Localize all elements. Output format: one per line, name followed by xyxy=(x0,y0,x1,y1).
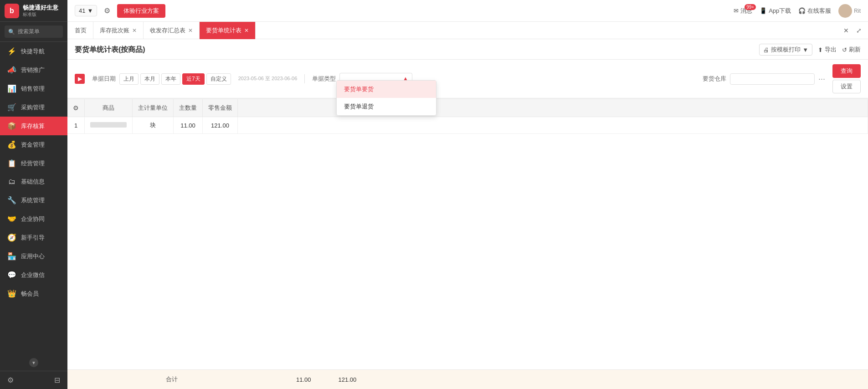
this-month-btn[interactable]: 本月 xyxy=(140,73,159,85)
filter-expand-button[interactable]: ▶ xyxy=(75,74,85,84)
filter-bar: ▶ 单据日期 上月 本月 本年 近7天 自定义 2023-05-06 至 202… xyxy=(67,60,868,98)
settings-icon[interactable]: ⚙ xyxy=(7,376,14,384)
warehouse-filter-label: 要货仓库 xyxy=(703,75,726,83)
dropdown-item-purchase[interactable]: 要货单要货 xyxy=(337,81,436,98)
messages-badge: 99+ xyxy=(745,4,756,10)
custom-btn[interactable]: 自定义 xyxy=(206,73,231,85)
tab-batch-close[interactable]: ✕ xyxy=(132,27,137,34)
filter-actions: 查询 设置 xyxy=(832,64,861,93)
sidebar-item-member[interactable]: 👑 畅会员 xyxy=(0,284,67,303)
user-avatar-button[interactable]: Rit xyxy=(838,4,861,18)
company-dropdown-arrow: ▼ xyxy=(87,7,93,14)
sidebar-item-label: 销售管理 xyxy=(21,85,45,93)
topbar-settings-button[interactable]: ⚙ xyxy=(101,5,113,17)
messages-button[interactable]: ✉ 消息 99+ xyxy=(734,7,752,15)
filter-more-button[interactable]: ··· xyxy=(818,75,825,83)
date-buttons: 上月 本月 本年 近7天 自定义 xyxy=(119,73,231,85)
member-icon: 👑 xyxy=(7,289,16,298)
sidebar-item-system[interactable]: 🔧 系统管理 xyxy=(0,191,67,210)
sidebar-item-sales[interactable]: 📊 销售管理 xyxy=(0,79,67,98)
last-month-btn[interactable]: 上月 xyxy=(119,73,139,85)
sidebar-search-area: 🔍 搜索菜单 xyxy=(0,22,67,42)
company-selector[interactable]: 41 ▼ xyxy=(75,5,97,16)
sidebar-item-label: 新手引导 xyxy=(21,234,45,242)
operations-icon: 📋 xyxy=(7,159,16,168)
sidebar-bottom: ⚙ ⊟ xyxy=(0,371,67,389)
dropdown-item-return[interactable]: 要货单退货 xyxy=(337,98,436,115)
close-all-tabs-button[interactable]: ✕ xyxy=(841,25,852,36)
search-menu-button[interactable]: 🔍 搜索菜单 xyxy=(5,26,63,38)
app-download-button[interactable]: 📱 App下载 xyxy=(760,7,791,15)
data-table: ⚙ 商品 主计量单位 主数量 零售金额 1 块 xyxy=(67,99,868,134)
quick-nav-icon: ⚡ xyxy=(7,47,16,56)
warehouse-input[interactable] xyxy=(730,73,815,85)
sidebar-item-label: 营销推广 xyxy=(21,66,45,74)
sales-icon: 📊 xyxy=(7,84,16,93)
export-button[interactable]: ⬆ 导出 xyxy=(818,46,837,54)
set-button[interactable]: 设置 xyxy=(832,80,861,93)
industry-btn[interactable]: 体验行业方案 xyxy=(117,4,165,18)
sidebar-item-label: 快捷导航 xyxy=(21,47,45,56)
sidebar: b 畅捷通好生意 标准版 🔍 搜索菜单 ⚡ 快捷导航 📣 营销推广 📊 销售管理… xyxy=(0,0,67,389)
row-unit: 块 xyxy=(133,117,174,134)
tab-order-stat[interactable]: 要货单统计表 ✕ xyxy=(200,22,256,39)
print-button[interactable]: 🖨 按模板打印 ▼ xyxy=(759,44,812,56)
col-product: 商品 xyxy=(85,99,133,117)
sidebar-item-finance[interactable]: 💰 资金管理 xyxy=(0,135,67,154)
online-service-button[interactable]: 🎧 在线客服 xyxy=(798,7,831,15)
sidebar-item-label: 经营管理 xyxy=(21,159,45,168)
sidebar-item-appstore[interactable]: 🏪 应用中心 xyxy=(0,247,67,266)
col-settings[interactable]: ⚙ xyxy=(67,99,85,117)
sidebar-item-purchase[interactable]: 🛒 采购管理 xyxy=(0,98,67,117)
warehouse-filter-group: 要货仓库 ··· xyxy=(703,73,825,85)
sidebar-nav: ⚡ 快捷导航 📣 营销推广 📊 销售管理 🛒 采购管理 📦 库存核算 💰 资金管… xyxy=(0,42,67,354)
sidebar-scroll-down[interactable]: ▼ xyxy=(29,358,38,367)
app-sub: 标准版 xyxy=(23,11,58,17)
tab-summary-label: 收发存汇总表 xyxy=(150,26,185,35)
dropdown-item-purchase-label: 要货单要货 xyxy=(344,86,374,92)
row-product xyxy=(85,117,133,134)
refresh-icon: ↺ xyxy=(842,46,847,53)
sidebar-item-guide[interactable]: 🧭 新手引导 xyxy=(0,228,67,247)
tab-order-stat-close[interactable]: ✕ xyxy=(244,27,249,34)
print-icon: 🖨 xyxy=(763,46,769,53)
tab-home[interactable]: 首页 xyxy=(71,22,93,39)
sidebar-item-wechat[interactable]: 💬 企业微信 xyxy=(0,266,67,284)
date-filter-label: 单据日期 xyxy=(92,75,116,83)
tab-batch[interactable]: 库存批次账 ✕ xyxy=(93,22,144,39)
collapse-icon[interactable]: ⊟ xyxy=(54,376,60,384)
sidebar-item-operations[interactable]: 📋 经营管理 xyxy=(0,154,67,173)
sidebar-item-label: 库存核算 xyxy=(21,122,45,130)
this-year-btn[interactable]: 本年 xyxy=(161,73,180,85)
table-settings-icon[interactable]: ⚙ xyxy=(73,104,79,112)
service-icon: 🎧 xyxy=(798,7,806,14)
sidebar-item-inventory[interactable]: 📦 库存核算 xyxy=(0,117,67,135)
refresh-button[interactable]: ↺ 刷新 xyxy=(842,46,861,54)
inventory-icon: 📦 xyxy=(7,122,16,130)
page-title: 要货单统计表(按商品) xyxy=(75,45,145,55)
download-icon: 📱 xyxy=(760,7,767,14)
system-icon: 🔧 xyxy=(7,196,16,205)
marketing-icon: 📣 xyxy=(7,66,16,74)
sidebar-item-enterprise[interactable]: 🤝 企业协同 xyxy=(0,210,67,228)
sidebar-item-basic[interactable]: 🗂 基础信息 xyxy=(0,173,67,191)
type-dropdown-menu: 要货单要货 要货单退货 xyxy=(336,80,437,116)
sidebar-item-label: 基础信息 xyxy=(21,178,45,186)
tab-summary-close[interactable]: ✕ xyxy=(188,27,193,34)
query-button[interactable]: 查询 xyxy=(832,64,861,78)
maximize-button[interactable]: ⤢ xyxy=(853,25,864,36)
enterprise-icon: 🤝 xyxy=(7,215,16,223)
tab-summary[interactable]: 收发存汇总表 ✕ xyxy=(144,22,200,39)
sidebar-item-quick-nav[interactable]: ⚡ 快捷导航 xyxy=(0,42,67,61)
col-extra xyxy=(238,99,868,117)
row-extra xyxy=(238,117,868,134)
sidebar-item-label: 应用中心 xyxy=(21,252,45,261)
last7-btn[interactable]: 近7天 xyxy=(182,73,205,85)
product-placeholder xyxy=(90,122,127,128)
sidebar-item-marketing[interactable]: 📣 营销推广 xyxy=(0,61,67,79)
sidebar-logo: b 畅捷通好生意 标准版 xyxy=(0,0,67,22)
table-header-row: ⚙ 商品 主计量单位 主数量 零售金额 xyxy=(67,99,868,117)
basic-icon: 🗂 xyxy=(7,178,16,186)
sidebar-item-label: 采购管理 xyxy=(21,103,45,112)
footer-amount: 121.00 xyxy=(339,376,357,383)
